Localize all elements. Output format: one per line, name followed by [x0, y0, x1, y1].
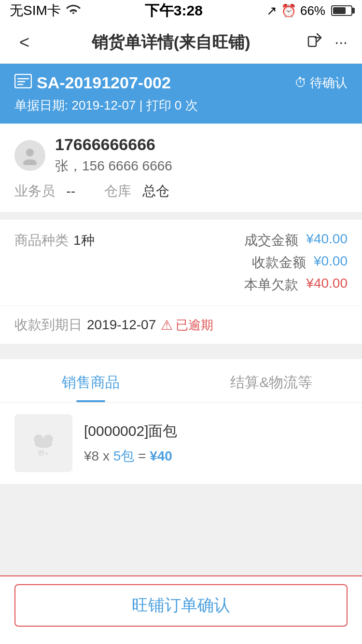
product-info: [0000002]面包 ¥8 x 5包 = ¥40 — [84, 421, 348, 465]
tabs-section: 销售商品 结算&物流等 野+ [0000002]面包 ¥8 x 5包 = ¥40 — [0, 359, 362, 484]
owed-amount-row: 本单欠款 ¥40.00 — [244, 276, 348, 294]
share-icon[interactable] — [307, 32, 325, 53]
bottom-spacer — [0, 484, 362, 571]
svg-point-3 — [23, 159, 37, 165]
battery-text: 66% — [300, 3, 325, 18]
product-name: [0000002]面包 — [84, 421, 348, 441]
product-item: 野+ [0000002]面包 ¥8 x 5包 = ¥40 — [0, 403, 362, 484]
summary-left: 商品种类 1种 — [14, 231, 95, 250]
customer-extra: 业务员 -- 仓库 总仓 — [14, 182, 348, 200]
product-price-base: ¥8 x — [84, 448, 113, 463]
received-amount-row: 收款金额 ¥0.00 — [252, 253, 348, 272]
bottom-bar: 旺铺订单确认 — [0, 575, 362, 644]
warehouse-value: 总仓 — [142, 183, 169, 198]
nav-bar: < 销货单详情(来自旺铺) ··· — [0, 21, 362, 64]
summary-section: 商品种类 1种 成交金额 ¥40.00 收款金额 ¥0.00 本单欠款 ¥40.… — [0, 220, 362, 306]
salesperson-label: 业务员 — [14, 183, 55, 198]
page-title: 销货单详情(来自旺铺) — [92, 31, 251, 54]
product-price: ¥8 x 5包 = ¥40 — [84, 447, 348, 465]
warehouse-field: 仓库 总仓 — [104, 182, 169, 200]
battery-icon — [331, 5, 352, 16]
svg-point-6 — [35, 440, 52, 448]
back-button[interactable]: < — [14, 28, 34, 57]
received-amount-label: 收款金额 — [252, 253, 306, 272]
carrier-text: 无SIM卡 — [10, 1, 61, 20]
product-types-label: 商品种类 — [14, 231, 69, 250]
transaction-amount-row: 成交金额 ¥40.00 — [244, 231, 348, 250]
location-icon: ↗ — [266, 3, 277, 18]
more-icon[interactable]: ··· — [334, 33, 348, 51]
due-section: 收款到期日 2019-12-07 ⚠ 已逾期 — [0, 306, 362, 344]
customer-phone: 17666666666 — [55, 135, 172, 154]
owed-amount-value: ¥40.00 — [306, 276, 348, 294]
transaction-amount-value: ¥40.00 — [306, 231, 348, 250]
status-time: 下午3:28 — [145, 1, 203, 21]
status-right: ↗ ⏰ 66% — [266, 3, 352, 18]
due-date-value: 2019-12-07 — [87, 317, 156, 333]
confirm-button[interactable]: 旺铺订单确认 — [14, 584, 348, 627]
salesperson-value: -- — [66, 183, 75, 198]
divider-1 — [0, 212, 362, 220]
product-thumbnail: 野+ — [14, 414, 72, 472]
product-qty: 5包 — [113, 448, 135, 463]
order-status: ⏱ 待确认 — [294, 74, 348, 91]
order-banner: SA-20191207-002 ⏱ 待确认 单据日期: 2019-12-07 |… — [0, 64, 362, 124]
order-id: SA-20191207-002 — [14, 73, 171, 92]
tabs-header: 销售商品 结算&物流等 — [0, 359, 362, 403]
nav-actions: ··· — [307, 32, 348, 53]
product-types-value: 1种 — [73, 231, 95, 250]
customer-name-detail: 张，156 6666 6666 — [55, 157, 172, 175]
tab-settlement-logistics[interactable]: 结算&物流等 — [181, 359, 362, 402]
wifi-icon — [66, 3, 81, 18]
order-meta: 单据日期: 2019-12-07 | 打印 0 次 — [14, 97, 348, 114]
summary-right: 成交金额 ¥40.00 收款金额 ¥0.00 本单欠款 ¥40.00 — [244, 231, 348, 294]
overdue-text: 已逾期 — [176, 317, 213, 334]
summary-row: 商品种类 1种 成交金额 ¥40.00 收款金额 ¥0.00 本单欠款 ¥40.… — [14, 231, 348, 294]
alarm-icon: ⏰ — [281, 3, 296, 18]
avatar — [14, 140, 45, 171]
salesperson-field: 业务员 -- — [14, 182, 75, 200]
transaction-amount-label: 成交金额 — [244, 231, 298, 250]
due-label: 收款到期日 — [14, 316, 82, 334]
warehouse-label: 仓库 — [104, 183, 131, 198]
overdue-badge: ⚠ 已逾期 — [161, 317, 213, 334]
customer-section: 17666666666 张，156 6666 6666 业务员 -- 仓库 总仓 — [0, 124, 362, 212]
divider-2 — [0, 344, 362, 351]
status-bar: 无SIM卡 下午3:28 ↗ ⏰ 66% — [0, 0, 362, 21]
svg-point-2 — [26, 149, 34, 156]
product-total: ¥40 — [150, 448, 172, 463]
order-banner-top: SA-20191207-002 ⏱ 待确认 — [14, 73, 348, 92]
order-icon — [14, 73, 32, 92]
received-amount-value: ¥0.00 — [314, 253, 348, 272]
status-left: 无SIM卡 — [10, 1, 81, 20]
svg-text:野+: 野+ — [38, 449, 49, 457]
tab-sales-products[interactable]: 销售商品 — [0, 359, 181, 402]
clock-icon: ⏱ — [294, 75, 307, 90]
warning-icon: ⚠ — [161, 317, 173, 333]
customer-row: 17666666666 张，156 6666 6666 — [14, 135, 348, 175]
customer-info: 17666666666 张，156 6666 6666 — [55, 135, 172, 175]
owed-amount-label: 本单欠款 — [244, 276, 298, 294]
product-price-eq: = — [134, 448, 150, 463]
